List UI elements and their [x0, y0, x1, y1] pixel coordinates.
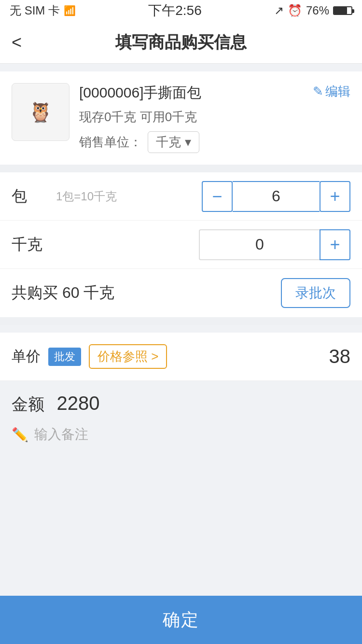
price-ref-button[interactable]: 价格参照 > [89, 344, 167, 369]
kg-quantity-input[interactable] [199, 229, 320, 260]
edit-label: 编辑 [325, 83, 350, 100]
amount-label: 金额 [12, 395, 44, 413]
amount-row: 金额 2280 [12, 392, 350, 416]
battery-text: 76% [306, 4, 329, 17]
product-name: [0000006]手撕面包 [79, 83, 350, 103]
alarm-icon: ⏰ [288, 4, 302, 17]
chevron-down-icon: ▾ [185, 135, 191, 150]
section-separator [0, 165, 362, 172]
bag-label: 包 [12, 186, 50, 207]
pencil-icon: ✏️ [12, 427, 28, 443]
back-button[interactable]: < [12, 32, 22, 53]
product-info: [0000006]手撕面包 现存0千克 可用0千克 销售单位： 千克 ▾ [79, 83, 350, 153]
page-title: 填写商品购买信息 [115, 31, 247, 54]
remark-row[interactable]: ✏️ 输入备注 [12, 425, 350, 444]
nav-bar: < 填写商品购买信息 [0, 21, 362, 64]
batch-button[interactable]: 录批次 [281, 278, 350, 308]
amount-section: 金额 2280 ✏️ 输入备注 [0, 381, 362, 455]
product-card: 🦉 [0000006]手撕面包 现存0千克 可用0千克 销售单位： 千克 ▾ ✎… [0, 71, 362, 165]
amount-value: 2280 [56, 392, 99, 414]
price-label: 单价 [12, 347, 41, 366]
unit-value: 千克 [156, 134, 181, 151]
wifi-icon: 📶 [64, 5, 76, 16]
kg-plus-button[interactable]: + [320, 229, 350, 260]
product-stock: 现存0千克 可用0千克 [79, 109, 350, 126]
bag-minus-button[interactable]: − [202, 181, 233, 212]
confirm-button[interactable]: 确定 [0, 596, 362, 644]
status-time: 下午2:56 [148, 1, 202, 20]
price-row: 单价 批发 价格参照 > 38 [0, 333, 362, 381]
carrier-text: 无 SIM 卡 [10, 3, 60, 18]
product-image: 🦉 [12, 83, 70, 141]
input-section: 包 1包=10千克 − + 千克 + 共购买 60 千克 录批次 [0, 172, 362, 317]
status-left: 无 SIM 卡 📶 [10, 3, 76, 18]
section-separator-2 [0, 317, 362, 325]
remark-placeholder[interactable]: 输入备注 [34, 425, 88, 444]
bag-quantity-input[interactable] [233, 181, 320, 212]
unit-selector[interactable]: 千克 ▾ [148, 131, 199, 153]
status-right: ↗ ⏰ 76% [274, 4, 352, 17]
bag-sublabel: 1包=10千克 [56, 189, 202, 204]
bottom-bar: 确定 [0, 596, 362, 644]
unit-label: 销售单位： [79, 134, 142, 151]
kg-row: 千克 + [0, 221, 362, 269]
battery-icon [333, 6, 352, 15]
edit-icon: ✎ [313, 84, 323, 99]
price-value: 38 [329, 346, 351, 367]
product-unit-row: 销售单位： 千克 ▾ [79, 131, 350, 153]
price-section: 单价 批发 价格参照 > 38 [0, 333, 362, 381]
price-tag: 批发 [48, 348, 81, 366]
bag-quantity-control: − + [202, 181, 350, 212]
kg-label: 千克 [12, 234, 50, 255]
location-icon: ↗ [274, 4, 284, 17]
bag-row: 包 1包=10千克 − + [0, 172, 362, 221]
kg-quantity-control: + [199, 229, 350, 260]
edit-button[interactable]: ✎ 编辑 [313, 83, 350, 100]
bag-plus-button[interactable]: + [320, 181, 350, 212]
summary-text: 共购买 60 千克 [12, 282, 114, 304]
status-bar: 无 SIM 卡 📶 下午2:56 ↗ ⏰ 76% [0, 0, 362, 21]
summary-row: 共购买 60 千克 录批次 [0, 269, 362, 317]
product-logo: 🦉 [28, 101, 53, 124]
